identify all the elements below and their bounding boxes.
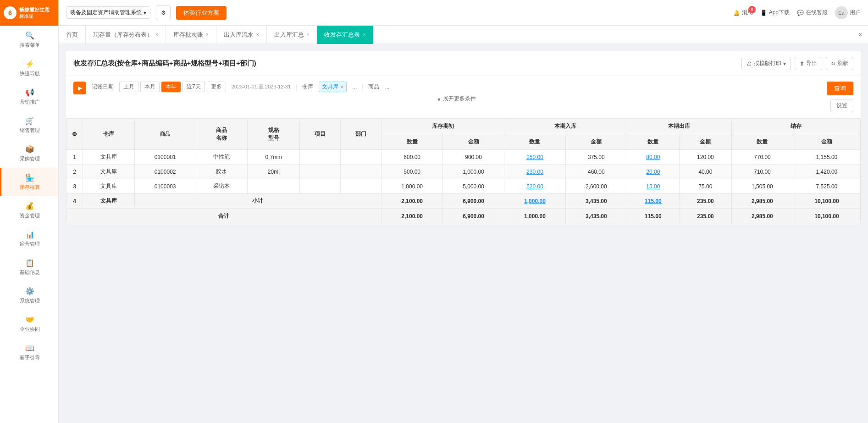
total-bal-amt: 10,100.00 bbox=[793, 209, 860, 224]
this-month-btn[interactable]: 本月 bbox=[140, 82, 160, 92]
settings-icon[interactable]: ⚙ bbox=[156, 5, 171, 20]
cell-out-amt: 40.00 bbox=[679, 165, 731, 179]
sub-in-amt: 3,435.00 bbox=[565, 194, 627, 209]
tab-0[interactable]: 首页 bbox=[59, 26, 86, 44]
logo-text: 畅捷通好生意 标准版 bbox=[19, 6, 50, 19]
query-panel: 查询 设置 bbox=[827, 82, 853, 112]
refresh-icon: ↻ bbox=[831, 60, 835, 67]
warehouse-ellipsis[interactable]: ... bbox=[352, 84, 357, 90]
cell-name: 胶水 bbox=[196, 165, 248, 179]
sidebar-item-7[interactable]: 📊经营管理 bbox=[0, 225, 58, 253]
warehouse-tag[interactable]: 文具库 × bbox=[319, 82, 347, 92]
tab-close-5[interactable]: × bbox=[363, 32, 365, 37]
cell-spec bbox=[248, 179, 300, 194]
more-date-btn[interactable]: 更多 bbox=[207, 82, 226, 92]
cell-in-amt: 375.00 bbox=[565, 150, 627, 165]
tab-label-0: 首页 bbox=[66, 31, 78, 39]
notifications-action[interactable]: 🔔 消息 6 bbox=[733, 9, 753, 16]
cell-project bbox=[300, 179, 341, 194]
sidebar-item-4[interactable]: 📦采购管理 bbox=[0, 139, 58, 168]
cell-out-qty[interactable]: 80.00 bbox=[627, 150, 679, 165]
cell-out-amt: 120.00 bbox=[679, 150, 731, 165]
total-open-qty: 2,100.00 bbox=[381, 209, 443, 224]
sidebar-icon-5: 🏪 bbox=[25, 173, 34, 182]
cell-out-qty[interactable]: 15.00 bbox=[627, 179, 679, 194]
online-service-action[interactable]: 💬 在线客服 bbox=[797, 9, 828, 16]
app-download-action[interactable]: 📱 App下载 bbox=[760, 9, 790, 16]
this-year-btn[interactable]: 本年 bbox=[161, 82, 181, 92]
tab-label-3: 出入库流水 bbox=[224, 31, 254, 39]
tab-1[interactable]: 现存量（库存分布表）× bbox=[86, 26, 166, 44]
chevron-down-icon: ▾ bbox=[783, 60, 786, 67]
close-all-tabs[interactable]: × bbox=[853, 31, 868, 39]
total-in-amt: 3,435.00 bbox=[565, 209, 627, 224]
tab-2[interactable]: 库存批次账× bbox=[166, 26, 216, 44]
tab-close-2[interactable]: × bbox=[206, 32, 209, 37]
tab-3[interactable]: 出入库流水× bbox=[216, 26, 267, 44]
notification-badge: 6 bbox=[748, 6, 756, 13]
tab-close-4[interactable]: × bbox=[307, 32, 310, 37]
sidebar-label-7: 经营管理 bbox=[20, 241, 40, 247]
tab-close-1[interactable]: × bbox=[155, 32, 158, 37]
th-goods-code: 商品 bbox=[134, 119, 196, 150]
sidebar-label-11: 新手引导 bbox=[20, 354, 40, 361]
sidebar-item-2[interactable]: 📢营销推广 bbox=[0, 82, 58, 111]
sub-out-amt: 235.00 bbox=[679, 194, 731, 209]
cell-open-amt: 900.00 bbox=[443, 150, 504, 165]
tab-close-3[interactable]: × bbox=[256, 32, 259, 37]
cell-name: 中性笔 bbox=[196, 150, 248, 165]
sidebar-label-0: 搜索菜单 bbox=[20, 42, 40, 49]
sidebar-label-5: 库存核算 bbox=[20, 184, 40, 191]
system-select[interactable]: 装备及固定资产辅助管理系统 ▾ bbox=[66, 6, 150, 19]
bell-icon: 🔔 bbox=[733, 10, 740, 16]
summary-table: ⚙ 仓库 商品 商品名称 规格型号 项目 部门 库存期初 本期入库 本期出库 结… bbox=[66, 118, 861, 224]
sidebar-icon-6: 💰 bbox=[25, 202, 34, 210]
filter-settings-button[interactable]: 设置 bbox=[830, 99, 853, 112]
cell-out-qty[interactable]: 20.00 bbox=[627, 165, 679, 179]
filter-toggle[interactable]: ▶ bbox=[73, 82, 86, 94]
user-action[interactable]: Ea 用户 bbox=[835, 6, 861, 19]
expand-row: ∨ 展开更多条件 bbox=[92, 92, 821, 103]
query-button[interactable]: 查询 bbox=[827, 82, 853, 95]
tab-label-4: 出入库汇总 bbox=[274, 31, 304, 39]
sidebar-item-6[interactable]: 💰资金管理 bbox=[0, 196, 58, 225]
sidebar-label-6: 资金管理 bbox=[20, 212, 40, 219]
tab-4[interactable]: 出入库汇总× bbox=[267, 26, 317, 44]
cell-open-amt: 5,000.00 bbox=[443, 179, 504, 194]
cell-name: 采访本 bbox=[196, 179, 248, 194]
tab-5[interactable]: 收发存汇总表× bbox=[317, 26, 373, 44]
tab-label-2: 库存批次账 bbox=[173, 31, 203, 39]
export-button[interactable]: ⬆ 导出 bbox=[795, 57, 822, 70]
refresh-button[interactable]: ↻ 刷新 bbox=[826, 57, 853, 70]
th-bal-amt: 金额 bbox=[793, 134, 860, 150]
cell-in-qty[interactable]: 230.00 bbox=[504, 165, 566, 179]
sidebar-item-8[interactable]: 📋基础信息 bbox=[0, 253, 58, 281]
sidebar-item-11[interactable]: 📖新手引导 bbox=[0, 338, 58, 367]
page-content: 收发存汇总表(按仓库+商品编码+商品+规格型号+项目+部门) 🖨 按模版打印 ▾… bbox=[59, 44, 868, 423]
print-button[interactable]: 🖨 按模版打印 ▾ bbox=[741, 57, 791, 70]
th-goods-spec: 规格型号 bbox=[248, 119, 300, 150]
expand-button[interactable]: ∨ 展开更多条件 bbox=[437, 95, 476, 103]
sidebar-item-3[interactable]: 🛒销售管理 bbox=[0, 111, 58, 139]
experience-button[interactable]: 体验行业方案 bbox=[176, 6, 227, 20]
last-7-days-btn[interactable]: 近7天 bbox=[182, 82, 205, 92]
sub-warehouse: 文具库 bbox=[83, 194, 135, 209]
remove-warehouse-tag[interactable]: × bbox=[340, 84, 343, 90]
date-range-text: 2023-01-01 至 2023-12-31 bbox=[232, 83, 291, 90]
tab-bar: 首页现存量（库存分布表）×库存批次账×出入库流水×出入库汇总×收发存汇总表×× bbox=[59, 26, 868, 44]
sidebar-item-10[interactable]: 🤝企业协同 bbox=[0, 310, 58, 338]
goods-ellipsis[interactable]: ... bbox=[385, 84, 389, 90]
sidebar-item-1[interactable]: ⚡快捷导航 bbox=[0, 54, 58, 82]
cell-in-qty[interactable]: 520.00 bbox=[504, 179, 566, 194]
sidebar-icon-1: ⚡ bbox=[25, 60, 34, 68]
cell-in-qty[interactable]: 250.00 bbox=[504, 150, 566, 165]
sidebar-item-9[interactable]: ⚙️系统管理 bbox=[0, 281, 58, 310]
total-out-amt: 235.00 bbox=[679, 209, 731, 224]
page-actions: 🖨 按模版打印 ▾ ⬆ 导出 ↻ 刷新 bbox=[741, 57, 853, 70]
th-open-qty: 数量 bbox=[381, 134, 443, 150]
total-bal-qty: 2,985.00 bbox=[731, 209, 793, 224]
sidebar-item-5[interactable]: 🏪库存核算 bbox=[0, 168, 58, 196]
last-month-btn[interactable]: 上月 bbox=[119, 82, 138, 92]
sidebar-item-0[interactable]: 🔍搜索菜单 bbox=[0, 26, 58, 54]
cell-in-amt: 460.00 bbox=[565, 165, 627, 179]
